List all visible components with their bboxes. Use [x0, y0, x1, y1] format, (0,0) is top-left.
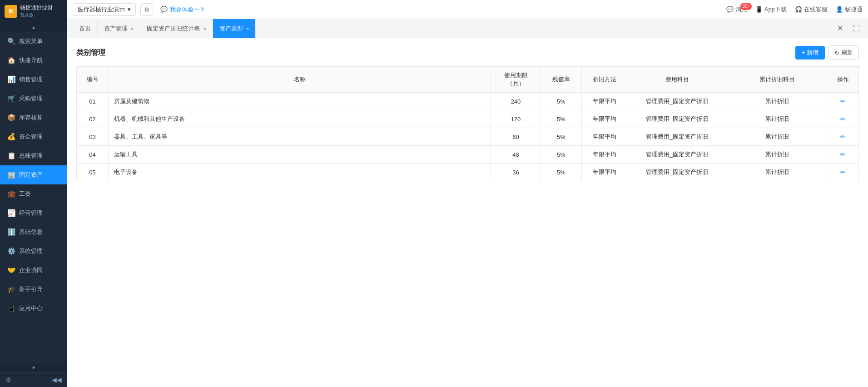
app-edition: 普及版 [20, 12, 53, 18]
sidebar-item-inventory[interactable]: 📦 库存核算 [0, 108, 67, 127]
sidebar-scroll-up[interactable]: ▲ [0, 23, 67, 32]
sidebar-scroll-down[interactable]: ▼ [0, 363, 67, 372]
table-row: 03 器具、工具、家具等 60 5% 年限平均 管理费用_固定资产折旧 累计折旧… [77, 128, 859, 146]
search-icon: 🔍 [7, 37, 15, 45]
table-header: 编号名称使用期限（月）残值率折旧方法费用科目累计折旧科目操作 [77, 67, 859, 93]
cell-residual: 5% [541, 128, 582, 146]
settings-button[interactable]: ⚙ [140, 3, 153, 16]
cell-name: 运输工具 [109, 146, 491, 164]
main-area: 医疗器械行业演示 ▾ ⚙ 💬 我要体验一下 💬 消息 99 📱 App下载 🎧 … [67, 0, 868, 387]
cell-months: 60 [491, 128, 541, 146]
app-name: 畅捷通好业财 [20, 5, 53, 12]
sidebar-item-guide[interactable]: 🎓 新手引导 [0, 280, 67, 299]
tab-label: 资产管理 [104, 25, 128, 33]
tab-asset-mgmt[interactable]: 资产管理× [98, 19, 140, 38]
tab-fixed-asset-table[interactable]: 固定资产折旧统计表× [140, 19, 213, 38]
tab-home[interactable]: 首页 [73, 19, 98, 38]
messages-badge: 99 [740, 3, 751, 10]
sidebar-item-basic-info[interactable]: ℹ️ 基础信息 [0, 223, 67, 242]
sidebar-item-sales[interactable]: 📊 销售管理 [0, 70, 67, 89]
sidebar-bottom: ⚙ ◀◀ [0, 372, 67, 387]
sidebar-item-salary[interactable]: 💼 工资 [0, 184, 67, 203]
cell-method: 年限平均 [582, 110, 627, 128]
cell-name: 器具、工具、家具等 [109, 128, 491, 146]
basic-info-icon: ℹ️ [7, 228, 15, 236]
close-tab-button[interactable]: ✕ [833, 22, 846, 35]
col-header-1: 名称 [109, 67, 491, 93]
sidebar-item-label: 企业协同 [19, 266, 43, 274]
header-actions: + 新增 ↻ 刷新 [795, 45, 859, 60]
edit-icon[interactable]: ✏ [840, 98, 846, 105]
table-header-row: 编号名称使用期限（月）残值率折旧方法费用科目累计折旧科目操作 [77, 67, 859, 93]
cell-subject: 管理费用_固定资产折旧 [627, 146, 727, 164]
edit-icon[interactable]: ✏ [840, 169, 846, 176]
cell-subject: 管理费用_固定资产折旧 [627, 110, 727, 128]
cell-subject: 管理费用_固定资产折旧 [627, 93, 727, 110]
edit-icon[interactable]: ✏ [840, 133, 846, 140]
logo-icon: 财 [5, 5, 17, 18]
sidebar-item-label: 搜索菜单 [19, 37, 43, 45]
cell-ops: ✏ [827, 93, 859, 110]
asset-type-table: 编号名称使用期限（月）残值率折旧方法费用科目累计折旧科目操作 01 房屋及建筑物… [76, 66, 859, 181]
cell-id: 02 [77, 110, 109, 128]
sidebar-item-label: 快捷导航 [19, 56, 43, 64]
tab-controls: ✕ ⛶ [833, 22, 868, 35]
app-download-button[interactable]: 📱 App下载 [755, 5, 787, 14]
sidebar-item-search[interactable]: 🔍 搜索菜单 [0, 32, 67, 51]
ledger-icon: 📋 [7, 152, 15, 160]
trial-button[interactable]: 💬 我要体验一下 [160, 5, 205, 14]
cell-residual: 5% [541, 164, 582, 181]
page-title: 类别管理 [76, 48, 105, 58]
tabbar: 首页资产管理×固定资产折旧统计表×资产类型× ✕ ⛶ [67, 19, 868, 38]
system-icon: ⚙️ [7, 247, 15, 255]
avatar-icon: 👤 [836, 6, 843, 13]
online-service-button[interactable]: 🎧 在线客服 [795, 5, 828, 14]
cell-months: 240 [491, 93, 541, 110]
new-button[interactable]: + 新增 [795, 46, 825, 60]
cell-id: 03 [77, 128, 109, 146]
cell-method: 年限平均 [582, 128, 627, 146]
tab-asset-type[interactable]: 资产类型× [213, 19, 256, 38]
sidebar-item-capital[interactable]: 💰 资金管理 [0, 127, 67, 146]
cell-subject: 管理费用_固定资产折旧 [627, 164, 727, 181]
sidebar-item-label: 工资 [19, 190, 31, 198]
sidebar-item-label: 库存核算 [19, 114, 43, 122]
company-selector[interactable]: 医疗器械行业演示 ▾ [73, 3, 136, 16]
sidebar-item-purchase[interactable]: 🛒 采购管理 [0, 89, 67, 108]
user-avatar[interactable]: 👤 畅捷通 [836, 5, 863, 14]
sidebar-item-system[interactable]: ⚙️ 系统管理 [0, 242, 67, 261]
salary-icon: 💼 [7, 190, 15, 198]
edit-icon[interactable]: ✏ [840, 115, 846, 123]
table-row: 02 机器、机械和其他生产设备 120 5% 年限平均 管理费用_固定资产折旧 … [77, 110, 859, 128]
messages-button[interactable]: 💬 消息 99 [726, 5, 747, 14]
tab-close-icon[interactable]: × [246, 26, 249, 31]
table-row: 01 房屋及建筑物 240 5% 年限平均 管理费用_固定资产折旧 累计折旧 ✏ [77, 93, 859, 110]
tab-close-icon[interactable]: × [203, 26, 206, 31]
edit-icon[interactable]: ✏ [840, 151, 846, 158]
refresh-button[interactable]: ↻ 刷新 [828, 45, 859, 60]
maximize-button[interactable]: ⛶ [850, 22, 863, 35]
cell-ops: ✏ [827, 164, 859, 181]
sidebar-item-app-center[interactable]: 📱 应用中心 [0, 299, 67, 318]
message-icon: 💬 [726, 6, 734, 13]
cell-ops: ✏ [827, 110, 859, 128]
settings-icon[interactable]: ⚙ [5, 376, 11, 383]
tab-close-icon[interactable]: × [131, 26, 134, 31]
fixed-asset-icon: 🏢 [7, 171, 15, 179]
cell-ops: ✏ [827, 146, 859, 164]
sidebar-item-ledger[interactable]: 📋 总账管理 [0, 146, 67, 165]
sidebar-item-enterprise[interactable]: 🤝 企业协同 [0, 261, 67, 280]
sidebar-item-fixed-asset[interactable]: 🏢 固定资产 [0, 165, 67, 184]
sidebar-item-label: 新手引导 [19, 285, 43, 293]
col-header-5: 费用科目 [627, 67, 727, 93]
cell-months: 48 [491, 146, 541, 164]
sidebar-item-label: 资金管理 [19, 133, 43, 141]
sidebar-item-label: 采购管理 [19, 94, 43, 103]
collapse-icon[interactable]: ◀◀ [52, 376, 62, 383]
sidebar-item-quick-nav[interactable]: 🏠 快捷导航 [0, 51, 67, 70]
operations-icon: 📈 [7, 209, 15, 217]
sidebar-item-operations[interactable]: 📈 经营管理 [0, 203, 67, 223]
content-area: 类别管理 + 新增 ↻ 刷新 编号名称使用期限（月）残值率折旧方法费用科目累计折… [67, 38, 868, 387]
quick-nav-icon: 🏠 [7, 56, 15, 64]
col-header-2: 使用期限（月） [491, 67, 541, 93]
